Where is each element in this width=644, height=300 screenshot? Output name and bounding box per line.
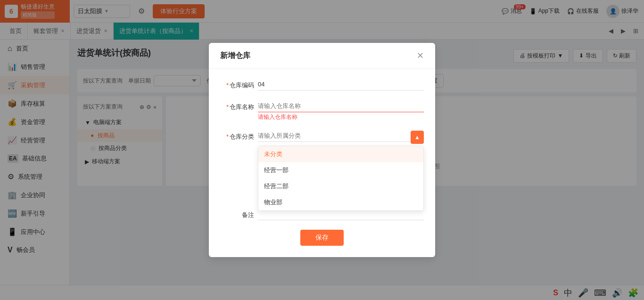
category-dropdown-menu: 未分类 经营一部 经营二部 物业部 [258,146,424,211]
dropdown-item-dept2[interactable]: 经营二部 [258,178,423,194]
form-row-name: 仓库名称 请输入仓库名称 [220,100,424,120]
category-input-wrap: ▲ 未分类 经营一部 经营二部 物业部 [258,130,424,142]
name-error-message: 请输入仓库名称 [258,113,297,121]
new-warehouse-modal: 新增仓库 ✕ 仓库编码 仓库名称 请输入仓库名称 仓库分类 [209,43,435,257]
save-button[interactable]: 保存 [300,230,344,246]
code-input[interactable] [258,78,424,91]
code-label: 仓库编码 [220,78,258,90]
modal-overlay[interactable]: 新增仓库 ✕ 仓库编码 仓库名称 请输入仓库名称 仓库分类 [0,0,644,300]
dropdown-item-unclassified[interactable]: 未分类 [258,146,423,162]
category-dropdown-toggle[interactable]: ▲ [411,131,424,144]
note-label: 备注 [220,208,258,219]
modal-header: 新增仓库 ✕ [209,43,435,69]
modal-footer: 保存 [209,230,435,246]
name-label: 仓库名称 [220,100,258,111]
form-row-code: 仓库编码 [220,78,424,91]
category-label: 仓库分类 [220,130,258,141]
form-row-category: 仓库分类 ▲ 未分类 经营一部 经营二部 物业部 [220,130,424,142]
dropdown-item-dept3[interactable]: 物业部 [258,194,423,210]
dropdown-item-dept1[interactable]: 经营一部 [258,162,423,178]
modal-body: 仓库编码 仓库名称 请输入仓库名称 仓库分类 ▲ 未分类 [209,69,435,220]
modal-title: 新增仓库 [220,51,250,61]
category-input[interactable] [258,130,424,142]
modal-close-button[interactable]: ✕ [417,50,424,61]
name-input[interactable] [258,100,424,112]
